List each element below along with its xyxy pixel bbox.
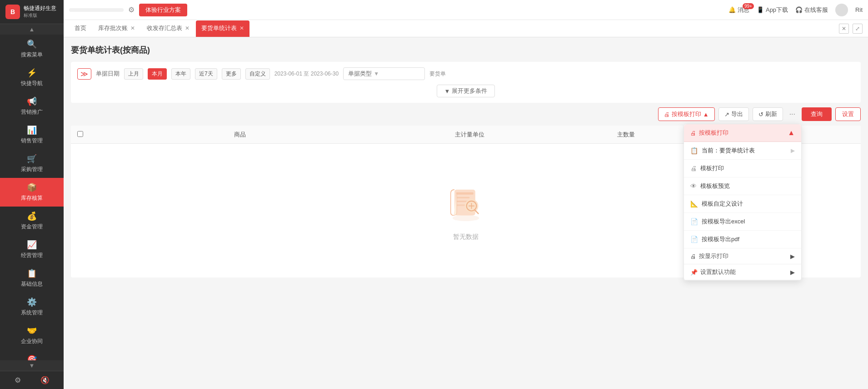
template-preview-label: 模板板预览 <box>700 182 795 190</box>
sidebar-item-shortcut[interactable]: ⚡ 快捷导航 <box>0 63 64 92</box>
sidebar-item-label: 快捷导航 <box>21 80 43 87</box>
topbar-search[interactable] <box>69 8 124 12</box>
sidebar-item-inventory[interactable]: 📦 库存核算 <box>0 178 64 207</box>
sidebar-item-system[interactable]: ⚙️ 系统管理 <box>0 293 64 321</box>
dropdown-template-print[interactable]: 🖨 模板打印 <box>684 160 801 177</box>
tab-order-stats-close[interactable]: ✕ <box>239 25 244 31</box>
query-btn[interactable]: 查询 <box>802 107 832 121</box>
notification-badge: 99+ <box>743 3 754 9</box>
th-quantity: 主数量 <box>548 131 704 139</box>
refresh-label: 刷新 <box>765 110 777 118</box>
tab-receivable-summary-close[interactable]: ✕ <box>185 25 190 31</box>
sidebar-item-search[interactable]: 🔍 搜索菜单 <box>0 35 64 63</box>
mute-icon[interactable]: 🔇 <box>40 376 50 384</box>
tab-home[interactable]: 首页 <box>69 20 92 37</box>
settings-bottom-icon[interactable]: ⚙ <box>15 376 21 384</box>
export-btn[interactable]: ↗ 导出 <box>718 107 749 121</box>
online-service-link[interactable]: 🎧 在线客服 <box>795 6 828 14</box>
display-print-icon: 🖨 <box>690 253 696 260</box>
sidebar-item-label: 搜索菜单 <box>21 51 43 59</box>
dropdown-set-default[interactable]: 📌 设置默认功能 ▶ <box>684 264 801 280</box>
sidebar-item-purchase[interactable]: 🛒 采购管理 <box>0 149 64 178</box>
tab-order-stats-label: 要货单统计表 <box>201 24 237 32</box>
sidebar-item-cooperation[interactable]: 🤝 企业协同 <box>0 321 64 350</box>
tab-inventory-batch-close[interactable]: ✕ <box>130 25 135 31</box>
date-btn-this-year[interactable]: 本年 <box>171 68 190 80</box>
username[interactable]: Rit <box>855 6 863 13</box>
svg-point-0 <box>453 215 479 221</box>
topbar-settings-icon[interactable]: ⚙ <box>128 5 135 14</box>
dropdown-current[interactable]: 📋 当前：要货单统计表 ▶ <box>684 142 801 160</box>
date-range: 2023-06-01 至 2023-06-30 <box>274 70 339 78</box>
dropdown-header-left: 🖨 按模板打印 <box>690 129 728 137</box>
sidebar-item-label: 系统管理 <box>21 309 43 317</box>
yh-label: 要货单 <box>429 70 446 78</box>
close-window-btn[interactable]: ✕ <box>839 24 849 34</box>
expand-btn-label: 展开更多条件 <box>452 87 487 95</box>
trial-button[interactable]: 体验行业方案 <box>139 4 187 16</box>
current-template-label: 当前：要货单统计表 <box>702 147 787 155</box>
dropdown-close-btn[interactable]: ▲ <box>788 129 795 137</box>
export-excel-label: 按模板导出excel <box>702 217 795 226</box>
app-name: 畅捷通好生意 <box>24 5 56 12</box>
th-product: 商品 <box>89 131 391 139</box>
maximize-window-btn[interactable]: ⤢ <box>853 24 863 34</box>
headset-icon: 🎧 <box>795 6 803 13</box>
dropdown-template-preview[interactable]: 👁 模板板预览 <box>684 177 801 195</box>
sidebar-item-basic[interactable]: 📋 基础信息 <box>0 264 64 293</box>
sidebar-item-label: 营销推广 <box>21 108 43 116</box>
sidebar-item-label: 库存核算 <box>21 194 43 202</box>
chart-icon: 📊 <box>27 125 37 135</box>
dropdown-header: 🖨 按模板打印 ▲ <box>684 124 801 142</box>
excel-icon: 📄 <box>690 218 698 225</box>
tab-receivable-summary[interactable]: 收发存汇总表 ✕ <box>141 20 195 37</box>
expand-btn[interactable]: ▼ 展开更多条件 <box>437 85 495 97</box>
tab-order-stats[interactable]: 要货单统计表 ✕ <box>196 20 249 37</box>
dropdown-export-pdf[interactable]: 📄 按模板导出pdf <box>684 231 801 248</box>
app-version: 标准版 <box>24 12 56 19</box>
tab-inventory-batch[interactable]: 库存批次账 ✕ <box>93 20 140 37</box>
sidebar-item-sales[interactable]: 📊 销售管理 <box>0 121 64 149</box>
template-design-label: 模板自定义设计 <box>702 200 795 208</box>
sidebar-item-guide[interactable]: 🎯 新手引导 <box>0 350 64 360</box>
chevron-down-icon: ▼ <box>374 71 379 77</box>
print-template-btn[interactable]: 🖨 按模板打印 ▲ <box>658 107 715 121</box>
settings-btn[interactable]: 设置 <box>835 107 861 121</box>
notification-btn[interactable]: 🔔 消息 99+ <box>728 6 749 14</box>
megaphone-icon: 📢 <box>27 96 37 106</box>
sidebar-scroll-down[interactable]: ▼ <box>0 360 64 371</box>
date-btn-custom[interactable]: 自定义 <box>245 68 270 80</box>
sidebar-item-finance[interactable]: 💰 资金管理 <box>0 207 64 235</box>
sidebar-item-marketing[interactable]: 📢 营销推广 <box>0 92 64 121</box>
dropdown-export-excel[interactable]: 📄 按模板导出excel <box>684 213 801 231</box>
sidebar-scroll-up[interactable]: ▲ <box>0 24 64 35</box>
trending-icon: 📈 <box>27 240 37 250</box>
date-btn-last-7-days[interactable]: 近7天 <box>195 68 217 80</box>
more-options-btn[interactable]: ··· <box>787 108 798 120</box>
dropdown-template-design[interactable]: 📐 模板自定义设计 <box>684 195 801 213</box>
filter-toggle-icon[interactable]: ≫ <box>77 68 91 80</box>
date-btn-this-month[interactable]: 本月 <box>148 68 167 80</box>
bell-icon: 🔔 <box>728 6 736 13</box>
page-title: 要货单统计表(按商品) <box>71 45 861 56</box>
date-btn-more[interactable]: 更多 <box>222 68 241 80</box>
money-icon: 💰 <box>27 211 37 221</box>
clipboard-icon: 📋 <box>27 268 37 278</box>
topbar-right: 🔔 消息 99+ 📱 App下载 🎧 在线客服 Rit <box>728 4 863 16</box>
sidebar-item-business[interactable]: 📈 经营管理 <box>0 235 64 264</box>
select-all-checkbox[interactable] <box>77 131 83 137</box>
sidebar-item-label: 企业协同 <box>21 338 43 345</box>
app-download-link[interactable]: 📱 App下载 <box>757 6 788 14</box>
tabbar: 首页 库存批次账 ✕ 收发存汇总表 ✕ 要货单统计表 ✕ ✕ ⤢ <box>64 20 868 37</box>
avatar[interactable] <box>835 4 848 16</box>
dropdown-display-print[interactable]: 🖨 按显示打印 ▶ <box>684 248 801 264</box>
order-type-select[interactable]: 单据类型 ▼ <box>343 67 425 80</box>
chevron-up-icon: ▲ <box>703 111 709 118</box>
print-header-icon: 🖨 <box>690 130 696 136</box>
expand-row: ▼ 展开更多条件 <box>77 85 854 97</box>
main-content: ⚙ 体验行业方案 🔔 消息 99+ 📱 App下载 🎧 在线客服 Rit 首页 <box>64 0 868 389</box>
display-print-left: 🖨 按显示打印 <box>690 252 728 260</box>
print-template-label: 按模板打印 <box>672 110 701 118</box>
refresh-btn[interactable]: ↺ 刷新 <box>753 107 783 121</box>
date-btn-last-month[interactable]: 上月 <box>124 68 143 80</box>
